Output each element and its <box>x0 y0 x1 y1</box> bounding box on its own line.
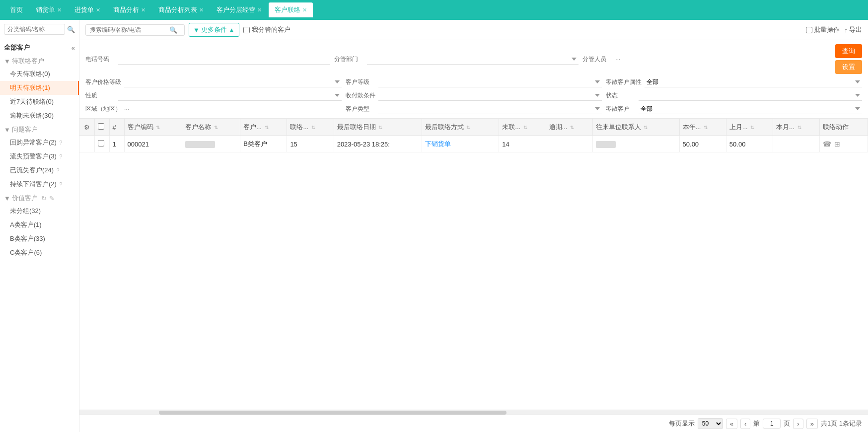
nav-customer-tier[interactable]: 客户分层经营 ✕ <box>211 2 268 17</box>
phone-input[interactable] <box>118 54 330 65</box>
col-name[interactable]: 客户名称 ⇅ <box>182 119 240 136</box>
horizontal-scrollbar[interactable] <box>79 410 868 415</box>
col-checkbox[interactable] <box>94 119 109 136</box>
sidebar-item-ungrouped[interactable]: 未分组(32) <box>0 204 79 218</box>
nav-home[interactable]: 首页 <box>4 2 29 17</box>
sidebar-item-b-class[interactable]: B类客户(33) <box>0 232 79 246</box>
sidebar-item-churned[interactable]: 已流失客户(24) ? <box>0 163 79 177</box>
edit-group-icon[interactable]: ✎ <box>49 195 55 202</box>
bulk-action-link[interactable]: 批量操作 <box>806 25 840 34</box>
all-customers-header[interactable]: 全部客户 « <box>0 39 79 54</box>
sort-contact-icon: ⇅ <box>311 125 315 130</box>
col-this-year[interactable]: 本年... ⇅ <box>679 119 726 136</box>
my-customers-checkbox-label[interactable]: 我分管的客户 <box>243 25 290 34</box>
group-value-customers: ▼ 价值客户 ↻ ✎ <box>0 191 79 204</box>
my-customers-checkbox[interactable] <box>243 27 250 33</box>
collapse-icon[interactable]: « <box>72 44 75 52</box>
nav-home-label: 首页 <box>10 5 23 14</box>
region-dots[interactable]: ··· <box>124 106 129 113</box>
status-select[interactable] <box>639 90 862 101</box>
sidebar-item-tomorrow[interactable]: 明天待联络(1) <box>0 81 79 95</box>
last-page-button[interactable]: » <box>806 419 818 429</box>
first-page-button[interactable]: « <box>726 419 737 429</box>
refresh-icon[interactable]: ↻ <box>41 195 47 202</box>
sort-unit-icon: ⇅ <box>644 125 648 130</box>
more-conditions-button[interactable]: ▼ 更多条件 ▲ <box>189 23 239 37</box>
nav-product-list-label: 商品分析列表 <box>158 5 197 14</box>
retail-customer-select[interactable]: 全部 <box>639 104 862 114</box>
nav-purchase-close[interactable]: ✕ <box>96 7 100 13</box>
select-all-checkbox[interactable] <box>98 123 104 130</box>
table-header-row: ⚙ # 客户编码 ⇅ 客户名称 ⇅ 客户... ⇅ 联络... ⇅ 最后联络日期… <box>79 119 868 136</box>
customer-type-select[interactable] <box>378 104 602 114</box>
retail-attr-select[interactable]: 全部 <box>645 77 862 87</box>
bulk-action-checkbox[interactable] <box>806 27 812 33</box>
filter-icon: ▼ <box>193 26 200 34</box>
sidebar-search-icon[interactable]: 🔍 <box>67 26 75 33</box>
sidebar-item-repurchase-abnormal[interactable]: 回购异常客户(2) ? <box>0 136 79 149</box>
dept-select[interactable] <box>367 54 579 65</box>
nav-product-list[interactable]: 商品分析列表 ✕ <box>152 2 210 17</box>
cell-code: 000021 <box>124 136 182 152</box>
sidebar-item-churn-warning[interactable]: 流失预警客户(3) ? <box>0 149 79 163</box>
export-link[interactable]: ↑ 导出 <box>845 25 863 34</box>
prev-page-button[interactable]: ‹ <box>740 419 750 429</box>
col-last-month[interactable]: 上月... ⇅ <box>726 119 773 136</box>
nav-sales-close[interactable]: ✕ <box>57 7 62 13</box>
sidebar-item-c-class[interactable]: C类客户(6) <box>0 246 79 260</box>
nature-field: 性质 <box>85 90 342 101</box>
nav-sales-order[interactable]: 销货单 ✕ <box>30 2 68 17</box>
nav-purchase-order[interactable]: 进货单 ✕ <box>69 2 106 17</box>
col-code[interactable]: 客户编码 ⇅ <box>124 119 182 136</box>
col-last-method[interactable]: 最后联络方式 ⇅ <box>422 119 499 136</box>
settings-button[interactable]: 设置 <box>835 60 862 74</box>
price-level-select[interactable] <box>124 77 342 87</box>
sidebar-item-declining[interactable]: 持续下滑客户(2) ? <box>0 177 79 191</box>
nature-select[interactable] <box>118 90 342 101</box>
col-customer-type[interactable]: 客户... ⇅ <box>240 119 287 136</box>
phone-action-icon[interactable]: ☎ <box>823 140 831 148</box>
cell-overdue <box>546 136 592 152</box>
col-uncontacted[interactable]: 未联... ⇅ <box>499 119 546 136</box>
col-settings[interactable]: ⚙ <box>79 119 94 136</box>
customer-level-label: 客户等级 <box>346 78 375 86</box>
col-this-month[interactable]: 本月... ⇅ <box>773 119 820 136</box>
payment-select[interactable] <box>378 90 602 101</box>
cell-this-month <box>773 136 820 152</box>
sidebar-item-today[interactable]: 今天待联络(0) <box>0 67 79 81</box>
col-unit-contact[interactable]: 往来单位联系人 ⇅ <box>592 119 679 136</box>
per-page-select[interactable]: 50 10 20 100 <box>698 418 723 429</box>
cell-checkbox[interactable] <box>94 136 109 152</box>
scrollbar-thumb[interactable] <box>159 411 506 415</box>
col-overdue[interactable]: 逾期... ⇅ <box>546 119 592 136</box>
page-input[interactable] <box>763 419 781 429</box>
nav-product-close[interactable]: ✕ <box>141 7 145 13</box>
sidebar-item-a-class[interactable]: A类客户(1) <box>0 218 79 232</box>
my-customers-label: 我分管的客户 <box>252 25 290 34</box>
search-icon[interactable]: 🔍 <box>169 26 177 34</box>
nav-customer-contact[interactable]: 客户联络 ✕ <box>269 2 313 17</box>
person-dots[interactable]: ··· <box>615 56 620 63</box>
nav-customer-tier-close[interactable]: ✕ <box>257 7 262 13</box>
last-method-link[interactable]: 下销货单 <box>425 140 451 147</box>
nav-sales-label: 销货单 <box>36 5 55 14</box>
query-button[interactable]: 查询 <box>835 44 862 58</box>
sidebar-item-overdue[interactable]: 逾期未联络(30) <box>0 109 79 123</box>
nav-product-analysis[interactable]: 商品分析 ✕ <box>107 2 151 17</box>
search-box[interactable]: 🔍 <box>85 24 185 36</box>
cell-index: 1 <box>109 136 124 152</box>
more-action-icon[interactable]: ⊞ <box>834 140 840 148</box>
cell-last-method[interactable]: 下销货单 <box>422 136 499 152</box>
search-input[interactable] <box>90 26 169 33</box>
nav-customer-contact-close[interactable]: ✕ <box>302 7 307 13</box>
col-last-date[interactable]: 最后联络日期 ⇅ <box>334 119 422 136</box>
col-contact[interactable]: 联络... ⇅ <box>287 119 334 136</box>
sort-uncontacted-icon: ⇅ <box>523 125 527 130</box>
customer-level-select[interactable] <box>378 77 602 87</box>
value-customers-label: 价值客户 <box>12 194 38 203</box>
nav-product-list-close[interactable]: ✕ <box>199 7 204 13</box>
sidebar-search-input[interactable] <box>4 24 65 35</box>
sidebar-item-7days[interactable]: 近7天待联络(0) <box>0 95 79 109</box>
row-checkbox[interactable] <box>98 140 104 146</box>
next-page-button[interactable]: › <box>793 419 803 429</box>
